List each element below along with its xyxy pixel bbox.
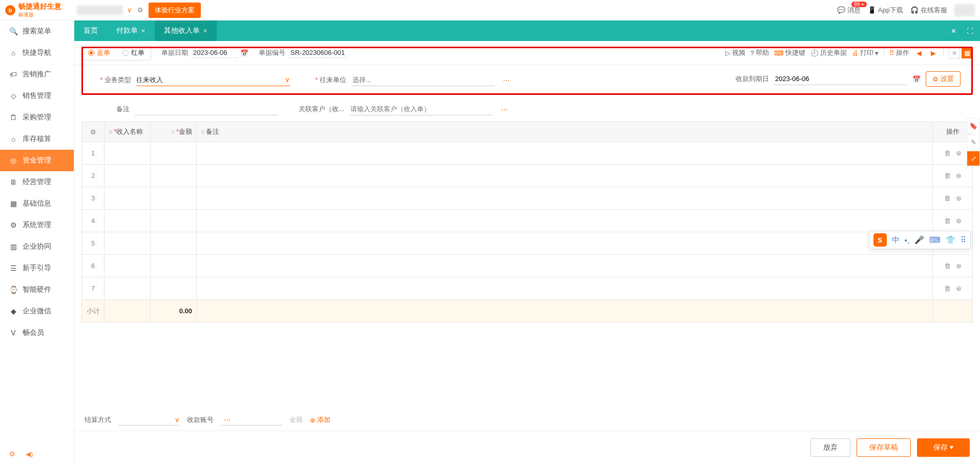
table-row[interactable]: 5🗑⊕ xyxy=(82,232,973,255)
cell-amount[interactable] xyxy=(151,255,197,277)
save-button[interactable]: 保存 ▾ xyxy=(917,438,970,457)
tab-payment[interactable]: 付款单✕ xyxy=(107,21,155,41)
settings-icon[interactable]: ⚙ xyxy=(9,450,15,458)
business-type-field[interactable]: * 业务类型 往来收入∨ xyxy=(95,74,290,86)
cell-amount[interactable] xyxy=(151,142,197,165)
settle-method-select[interactable]: ∨ xyxy=(118,414,180,426)
company-selector[interactable]: ∨ xyxy=(77,6,132,15)
experience-button[interactable]: 体验行业方案 xyxy=(149,3,201,18)
sidebar-item-guide[interactable]: ☰新手引导 xyxy=(0,257,74,279)
sidebar-item-purchase[interactable]: 🗒采购管理 xyxy=(0,107,74,128)
save-draft-button[interactable]: 保存草稿 xyxy=(857,438,911,457)
delete-row-icon[interactable]: 🗑 xyxy=(944,172,951,179)
add-row-icon[interactable]: ⊕ xyxy=(956,172,962,179)
collapse-icon[interactable]: ◀) xyxy=(26,450,33,458)
sidebar-item-hardware[interactable]: ⌚智能硬件 xyxy=(0,279,74,300)
tab-home[interactable]: 首页 xyxy=(74,21,107,41)
table-row[interactable]: 6🗑⊕ xyxy=(82,255,973,277)
table-row[interactable]: 3🗑⊕ xyxy=(82,187,973,210)
sidebar-item-funds[interactable]: ◎资金管理 xyxy=(0,150,74,171)
sidebar-item-collab[interactable]: ▥企业协同 xyxy=(0,236,74,257)
ime-keyboard-icon[interactable]: ⌨ xyxy=(929,235,941,245)
cell-name[interactable] xyxy=(105,187,151,210)
settle-account-select[interactable]: ⋯ xyxy=(221,414,282,426)
cell-remark[interactable] xyxy=(197,232,933,255)
ime-menu-icon[interactable]: ⠿ xyxy=(961,235,966,245)
more-icon[interactable]: ⋯ xyxy=(503,76,510,84)
counterparty-input[interactable] xyxy=(351,74,495,86)
sidebar-item-operation[interactable]: 🗎经营管理 xyxy=(0,171,74,193)
float-expand-icon[interactable]: ⤢ xyxy=(967,151,980,166)
remark-field[interactable]: 备注 xyxy=(94,103,278,115)
related-customer-input[interactable] xyxy=(349,103,493,115)
close-icon[interactable]: ✕ xyxy=(141,28,145,34)
add-row-icon[interactable]: ⊕ xyxy=(956,217,962,225)
ime-punct-icon[interactable]: •, xyxy=(905,236,909,245)
float-tag-icon[interactable]: 🔖 xyxy=(967,118,980,133)
col-income-name[interactable]: ⇅*收入名称 xyxy=(105,122,151,142)
col-config[interactable]: ⚙ xyxy=(82,122,105,142)
fullscreen-icon[interactable]: ⛶ xyxy=(964,25,976,37)
add-row-icon[interactable]: ⊕ xyxy=(956,149,962,157)
gear-icon[interactable]: ⚙ xyxy=(137,6,143,14)
cell-name[interactable] xyxy=(105,232,151,255)
col-remark[interactable]: ⇅备注 xyxy=(197,122,933,142)
cell-remark[interactable] xyxy=(197,277,933,300)
counterparty-field[interactable]: * 往来单位 ⋯ xyxy=(310,74,510,86)
cell-remark[interactable] xyxy=(197,142,933,165)
sidebar-item-inventory[interactable]: ⌂库存核算 xyxy=(0,128,74,150)
cell-name[interactable] xyxy=(105,277,151,300)
float-edit-icon[interactable]: ✎ xyxy=(967,134,980,150)
table-row[interactable]: 2🗑⊕ xyxy=(82,165,973,187)
tab-other-income[interactable]: 其他收入单✕ xyxy=(155,21,217,41)
add-row-icon[interactable]: ⊕ xyxy=(956,262,962,270)
cell-remark[interactable] xyxy=(197,255,933,277)
sidebar-item-marketing[interactable]: 🏷营销推广 xyxy=(0,64,74,85)
table-row[interactable]: 4🗑⊕ xyxy=(82,210,973,232)
ime-mic-icon[interactable]: 🎤 xyxy=(914,235,924,245)
related-customer-field[interactable]: 关联客户（收... ⋯ xyxy=(299,103,508,115)
sidebar-item-search[interactable]: 🔍搜索菜单 xyxy=(0,21,74,42)
add-settlement-button[interactable]: ⊕添加 xyxy=(310,415,330,425)
col-amount[interactable]: ⇅*金额 xyxy=(151,122,197,142)
cell-amount[interactable] xyxy=(151,187,197,210)
delete-row-icon[interactable]: 🗑 xyxy=(944,285,951,292)
close-icon[interactable]: ✕ xyxy=(203,28,207,34)
cell-amount[interactable] xyxy=(151,277,197,300)
cell-remark[interactable] xyxy=(197,187,933,210)
app-download-button[interactable]: 📱 App下载 xyxy=(868,6,903,15)
delete-row-icon[interactable]: 🗑 xyxy=(944,217,951,225)
cell-name[interactable] xyxy=(105,142,151,165)
delete-row-icon[interactable]: 🗑 xyxy=(944,262,951,270)
sidebar-item-member[interactable]: V畅会员 xyxy=(0,322,74,344)
tab-close-all-icon[interactable]: ✕ xyxy=(947,25,960,37)
sidebar-item-baseinfo[interactable]: ▦基础信息 xyxy=(0,193,74,214)
ime-lang[interactable]: 中 xyxy=(892,235,900,245)
sidebar-item-sales[interactable]: ◇销售管理 xyxy=(0,85,74,107)
sidebar-item-system[interactable]: ⚙系统管理 xyxy=(0,214,74,236)
ime-skin-icon[interactable]: 👕 xyxy=(946,235,955,245)
user-avatar[interactable] xyxy=(954,4,975,16)
cell-remark[interactable] xyxy=(197,165,933,187)
cell-amount[interactable] xyxy=(151,165,197,187)
delete-row-icon[interactable]: 🗑 xyxy=(944,194,951,202)
discard-button[interactable]: 放弃 xyxy=(810,438,850,457)
table-row[interactable]: 7🗑⊕ xyxy=(82,277,973,300)
add-row-icon[interactable]: ⊕ xyxy=(956,285,962,292)
table-row[interactable]: 1🗑⊕ xyxy=(82,142,973,165)
messages-button[interactable]: 💬 消息 99 + xyxy=(837,6,861,15)
cell-amount[interactable] xyxy=(151,232,197,255)
cell-name[interactable] xyxy=(105,210,151,232)
sidebar-item-wecom[interactable]: ◆企业微信 xyxy=(0,300,74,322)
cell-amount[interactable] xyxy=(151,210,197,232)
add-row-icon[interactable]: ⊕ xyxy=(956,194,962,202)
more-icon[interactable]: ⋯ xyxy=(501,106,508,113)
cell-remark[interactable] xyxy=(197,210,933,232)
sidebar-item-quicknav[interactable]: ⌂快捷导航 xyxy=(0,42,74,64)
customer-service-button[interactable]: 🎧 在线客服 xyxy=(910,6,947,15)
cell-name[interactable] xyxy=(105,255,151,277)
cell-name[interactable] xyxy=(105,165,151,187)
ime-toolbar[interactable]: S 中 •, 🎤 ⌨ 👕 ⠿ xyxy=(869,231,971,249)
remark-input[interactable] xyxy=(135,103,278,115)
delete-row-icon[interactable]: 🗑 xyxy=(944,149,951,157)
